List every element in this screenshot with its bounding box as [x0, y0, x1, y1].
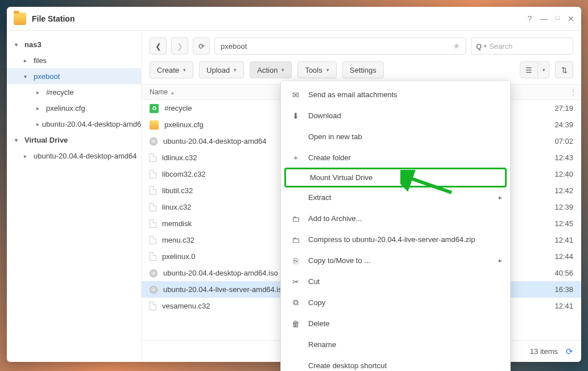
chevron-right-icon: ▸ — [24, 153, 31, 159]
column-menu-icon[interactable]: ⋮ — [570, 88, 577, 96]
sidebar: ▾ nas3 ▸ files ▾ pxeboot ▸ #recycle ▸ px… — [7, 31, 142, 362]
chevron-down-icon: ▾ — [234, 67, 237, 73]
minimize-icon[interactable]: — — [540, 14, 548, 23]
file-time: 40:56 — [533, 269, 573, 277]
create-button[interactable]: Create▾ — [150, 61, 193, 78]
file-time: 27:19 — [533, 104, 573, 112]
path-text: pxeboot — [221, 42, 247, 51]
chevron-right-icon: ▸ — [36, 89, 43, 95]
ctx-download[interactable]: ⬇Download — [281, 105, 510, 126]
chevron-down-icon: ▾ — [326, 67, 329, 73]
ctx-open-tab[interactable]: Open in new tab — [281, 126, 510, 147]
view-dropdown-icon[interactable]: ▾ — [538, 61, 549, 78]
tree-ubuntu-desktop[interactable]: ▸ ubuntu-20.04.4-desktop-amd64 — [7, 116, 141, 132]
tree-virtual-drive[interactable]: ▾ Virtual Drive — [7, 132, 141, 148]
close-icon[interactable]: ✕ — [568, 14, 574, 23]
chevron-down-icon: ▾ — [15, 41, 22, 48]
mail-icon: ✉ — [291, 90, 300, 99]
ctx-shortcut[interactable]: Create desktop shortcut — [281, 355, 510, 371]
file-icon — [150, 170, 156, 178]
chevron-down-icon: ▾ — [183, 67, 186, 73]
file-icon — [150, 236, 156, 244]
file-icon — [150, 302, 156, 310]
refresh-button[interactable]: ⟳ — [193, 37, 210, 55]
chevron-right-icon: ▸ — [24, 57, 31, 64]
search-input[interactable]: Q▾ Search — [471, 37, 573, 55]
ctx-cut[interactable]: ✂Cut — [281, 271, 510, 292]
view-list-icon[interactable]: ☰ — [520, 61, 538, 78]
file-icon — [150, 153, 156, 162]
file-time: 24:39 — [533, 120, 573, 129]
ctx-mount-virtual-drive[interactable]: Mount Virtual Drive — [284, 168, 507, 187]
download-icon: ⬇ — [291, 111, 300, 120]
disc-icon — [150, 269, 158, 277]
tree-label: pxeboot — [34, 72, 60, 81]
chevron-down-icon: ▾ — [24, 73, 31, 80]
file-icon — [150, 186, 156, 195]
help-icon[interactable]: ? — [528, 14, 532, 23]
nav-toolbar: ❮ ❯ ⟳ pxeboot ★ Q▾ Search — [142, 31, 581, 58]
new-folder-icon: ＋ — [291, 153, 300, 163]
file-time: 12:44 — [533, 252, 573, 261]
ctx-add-archive[interactable]: 🗀Add to Archive... — [281, 208, 510, 229]
chevron-right-icon: ▸ — [36, 121, 39, 127]
tree-label: pxelinux.cfg — [46, 104, 85, 112]
window-title: File Station — [32, 14, 74, 23]
file-time: 12:41 — [533, 236, 573, 244]
file-time: 12:42 — [533, 186, 573, 195]
file-icon — [150, 252, 156, 261]
ctx-create-folder[interactable]: ＋Create folder — [281, 147, 510, 168]
chevron-down-icon: ▾ — [15, 137, 22, 143]
tree-pxeboot[interactable]: ▾ pxeboot — [7, 68, 141, 84]
chevron-down-icon: ▾ — [281, 67, 284, 73]
tree-files[interactable]: ▸ files — [7, 52, 141, 68]
star-icon[interactable]: ★ — [453, 41, 460, 51]
tree-root-label: nas3 — [24, 40, 42, 49]
tree-label: #recycle — [46, 88, 73, 97]
folder-icon — [150, 120, 159, 130]
file-time: 16:38 — [533, 285, 573, 294]
file-time: 12:41 — [533, 302, 573, 310]
reload-icon[interactable]: ⟳ — [566, 347, 573, 357]
ctx-delete[interactable]: 🗑Delete — [281, 313, 510, 334]
file-station-window: File Station ? — □ ✕ ▾ nas3 ▸ files ▾ px… — [7, 7, 581, 362]
tree-label: Virtual Drive — [24, 136, 68, 144]
tree-root[interactable]: ▾ nas3 — [7, 36, 141, 52]
file-time: 12:39 — [533, 203, 573, 211]
ctx-copy-move[interactable]: ⎘Copy to/Move to ...▸ — [281, 250, 510, 271]
compress-icon: 🗀 — [291, 235, 300, 244]
forward-button[interactable]: ❯ — [171, 37, 188, 55]
chevron-down-icon: ▾ — [484, 43, 487, 49]
cut-icon: ✂ — [291, 277, 300, 286]
file-time: 12:40 — [533, 170, 573, 178]
sort-asc-icon: ▴ — [171, 90, 174, 95]
action-button[interactable]: Action▾ — [250, 61, 292, 78]
file-time: 07:02 — [533, 137, 573, 145]
sort-icon[interactable]: ⇅ — [555, 61, 573, 78]
folder-app-icon — [14, 12, 26, 25]
item-count: 13 items — [530, 347, 558, 356]
file-time: 12:43 — [533, 153, 573, 162]
tree-vd-ubuntu[interactable]: ▸ ubuntu-20.04.4-desktop-amd64 — [7, 148, 141, 164]
trash-icon: 🗑 — [291, 319, 300, 328]
tree-recycle[interactable]: ▸ #recycle — [7, 84, 141, 100]
titlebar: File Station ? — □ ✕ — [7, 7, 581, 31]
upload-button[interactable]: Upload▾ — [199, 61, 244, 78]
file-icon — [150, 219, 156, 228]
tools-button[interactable]: Tools▾ — [297, 61, 336, 78]
context-menu: ✉Send as email attachments ⬇Download Ope… — [280, 80, 511, 371]
chevron-right-icon: ▸ — [499, 194, 502, 201]
tree-pxelinuxcfg[interactable]: ▸ pxelinux.cfg — [7, 100, 141, 116]
ctx-extract[interactable]: Extract▸ — [281, 187, 510, 208]
ctx-copy[interactable]: ⧉Copy — [281, 292, 510, 313]
ctx-rename[interactable]: Rename — [281, 334, 510, 355]
copy-move-icon: ⎘ — [291, 256, 300, 265]
ctx-send-email[interactable]: ✉Send as email attachments — [281, 84, 510, 105]
maximize-icon[interactable]: □ — [556, 14, 560, 23]
path-bar[interactable]: pxeboot ★ — [214, 37, 466, 55]
disc-icon — [150, 286, 158, 294]
ctx-compress[interactable]: 🗀Compress to ubuntu-20.04.4-live-server-… — [281, 229, 510, 250]
file-time: 12:45 — [533, 219, 573, 228]
settings-button[interactable]: Settings — [342, 61, 384, 78]
back-button[interactable]: ❮ — [150, 37, 167, 55]
